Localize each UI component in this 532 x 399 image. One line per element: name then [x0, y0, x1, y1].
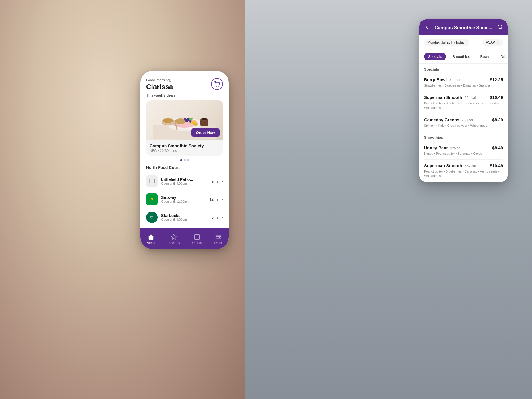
nav-wallet-label: Wallet	[214, 241, 223, 245]
food-court-label: North Food Court	[146, 165, 223, 170]
greeting-row: Good morning, Clarissa	[146, 78, 223, 91]
nav-rewards-label: Rewards	[167, 241, 180, 245]
svg-rect-29	[216, 235, 221, 239]
restaurant-item-subway[interactable]: S Subway Open until 12:00am 12 min ›	[146, 191, 223, 208]
subway-name: Subway	[161, 195, 210, 200]
dot-1	[180, 159, 182, 161]
starbucks-hours: Open until 9:00pm	[161, 218, 212, 221]
berry-bowl-name: Berry Bowl	[424, 77, 447, 82]
wallet-icon	[215, 234, 222, 240]
date-row: Monday, Jul 20th (Today) ASAP	[419, 35, 508, 50]
carousel-dots	[146, 159, 223, 161]
cart-icon	[214, 81, 220, 87]
order-now-button[interactable]: Order Now	[191, 128, 220, 137]
subway-chevron: ›	[222, 197, 223, 202]
berry-bowl-price: $12.25	[490, 77, 503, 82]
superman-smooth-2-cal: 564 cal	[465, 164, 476, 168]
berry-bowl-cal: 311 cal	[449, 78, 460, 82]
date-pill[interactable]: Monday, Jul 20th (Today)	[424, 39, 469, 46]
greeting-text: Good morning, Clarissa	[146, 78, 173, 91]
superman-smooth-1-name-row: Superman Smooth 564 cal	[424, 95, 476, 100]
svg-line-32	[501, 28, 502, 29]
nav-home[interactable]: Home	[146, 234, 155, 245]
menu-title: Campus Smoothie Socie...	[433, 25, 494, 30]
gameday-greens-cal: 298 cal	[462, 118, 473, 122]
starbucks-time-value: 9 min	[212, 215, 221, 220]
deal-image: Order Now	[146, 100, 223, 140]
asap-chevron-icon	[496, 41, 500, 44]
deal-meta: NFC • 20-30 mins	[150, 149, 220, 153]
subway-logo-text: S	[151, 197, 153, 201]
deals-label: This week's deals	[146, 93, 223, 97]
superman-smooth-1-name: Superman Smooth	[424, 95, 462, 100]
honey-bear-cal: 325 cal	[450, 146, 461, 150]
superman-smooth-2-name: Superman Smooth	[424, 163, 462, 168]
superman-smooth-1-top: Superman Smooth 564 cal $10.49	[424, 95, 503, 100]
berry-bowl-desc: Strawberries • Blueberries • Bananas • G…	[424, 83, 503, 88]
greeting-label: Good morning,	[146, 78, 173, 82]
user-name: Clarissa	[146, 83, 173, 91]
bottom-nav: Home Rewards Orders Wallet	[140, 228, 229, 249]
svg-point-21	[201, 118, 207, 120]
menu-content: Specials Berry Bowl 311 cal $12.25 Straw…	[419, 64, 508, 182]
restaurant-item-starbucks[interactable]: Starbucks Open until 9:00pm 9 min ›	[146, 209, 223, 226]
starbucks-name: Starbucks	[161, 213, 212, 218]
nav-orders-label: Orders	[192, 241, 202, 245]
cart-button[interactable]	[211, 78, 223, 90]
littlefield-icon	[149, 178, 155, 184]
nav-rewards[interactable]: Rewards	[167, 234, 180, 245]
menu-item-gameday-greens[interactable]: Gameday Greens 298 cal $8.29 Spinach • K…	[424, 114, 503, 132]
tab-bowls[interactable]: Bowls	[476, 53, 494, 60]
deal-card[interactable]: Order Now Campus Smoothie Society NFC • …	[146, 100, 223, 156]
asap-pill[interactable]: ASAP	[482, 39, 503, 46]
dot-2	[184, 159, 186, 161]
search-button[interactable]	[497, 24, 503, 31]
svg-point-0	[216, 86, 217, 87]
littlefield-name: Littlefield Patio...	[161, 177, 212, 182]
starbucks-icon	[149, 214, 155, 220]
berry-bowl-top: Berry Bowl 311 cal $12.25	[424, 77, 503, 82]
svg-marker-24	[171, 234, 176, 239]
superman-smooth-2-top: Superman Smooth 564 cal $10.49	[424, 163, 503, 168]
subway-time: 12 min ›	[210, 197, 223, 202]
home-icon	[148, 234, 154, 240]
orders-icon	[194, 234, 200, 240]
deal-info: Campus Smoothie Society NFC • 20-30 mins	[146, 140, 223, 156]
restaurant-item-littlefield[interactable]: Littlefield Patio... Open until 9:00pm 9…	[146, 173, 223, 190]
littlefield-chevron: ›	[222, 179, 223, 183]
menu-item-superman-smooth-1[interactable]: Superman Smooth 564 cal $10.49 Peanut bu…	[424, 91, 503, 114]
tab-drinks[interactable]: Dri...	[496, 53, 508, 60]
asap-label: ASAP	[486, 40, 495, 44]
gameday-greens-top: Gameday Greens 298 cal $8.29	[424, 117, 503, 122]
deal-restaurant-name: Campus Smoothie Society	[150, 143, 220, 148]
svg-point-6	[175, 118, 185, 124]
left-phone-content: Good morning, Clarissa This week's deals	[140, 71, 229, 228]
menu-item-superman-smooth-2[interactable]: Superman Smooth 564 cal $10.49 Peanut bu…	[424, 160, 503, 182]
menu-header: Campus Smoothie Socie...	[419, 19, 508, 35]
tab-specials[interactable]: Specials	[424, 53, 446, 60]
honey-bear-name: Honey Bear	[424, 145, 448, 150]
smoothies-section-header: Smoothies	[424, 132, 503, 142]
tab-smoothies[interactable]: Smoothies	[448, 53, 474, 60]
back-button[interactable]	[424, 24, 430, 31]
nav-orders[interactable]: Orders	[192, 234, 202, 245]
menu-tabs: Specials Smoothies Bowls Dri...	[419, 50, 508, 64]
specials-section-header: Specials	[424, 64, 503, 74]
search-icon	[497, 24, 503, 30]
svg-point-30	[219, 237, 220, 238]
menu-item-berry-bowl[interactable]: Berry Bowl 311 cal $12.25 Strawberries •…	[424, 74, 503, 91]
svg-rect-22	[149, 179, 154, 183]
dot-3	[187, 159, 189, 161]
superman-smooth-1-desc: Peanut butter • Blueberries • Bananas • …	[424, 101, 503, 110]
honey-bear-name-row: Honey Bear 325 cal	[424, 145, 461, 150]
superman-smooth-2-desc: Peanut butter • Blueberries • Bananas • …	[424, 169, 503, 178]
restaurant-list: Littlefield Patio... Open until 9:00pm 9…	[146, 173, 223, 226]
nav-wallet[interactable]: Wallet	[214, 234, 223, 245]
honey-bear-price: $8.49	[492, 145, 503, 150]
menu-item-honey-bear[interactable]: Honey Bear 325 cal $8.49 Honey • Peanut …	[424, 142, 503, 160]
littlefield-info: Littlefield Patio... Open until 9:00pm	[161, 177, 212, 185]
subway-time-value: 12 min	[210, 197, 221, 202]
subway-hours: Open until 12:00am	[161, 200, 210, 203]
svg-point-1	[219, 86, 219, 87]
subway-logo: S	[146, 193, 158, 205]
